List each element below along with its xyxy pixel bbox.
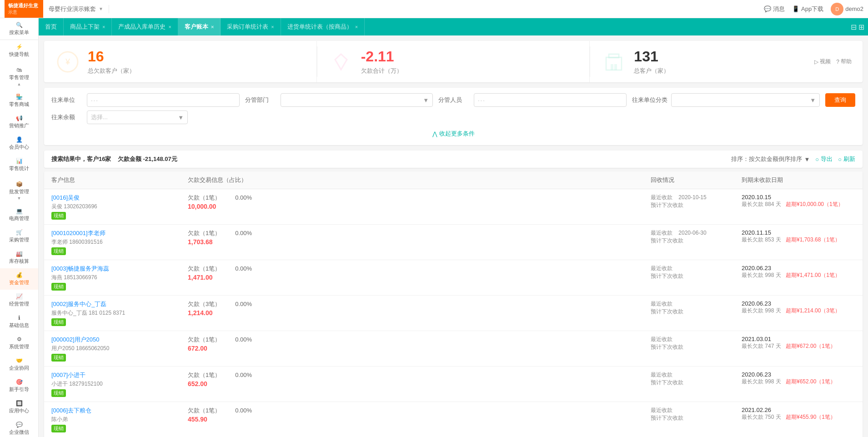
sidebar-item-marketing[interactable]: 📢 营销推广 (0, 111, 38, 133)
debt-cell-5: 欠款（1笔） 672.00 0.00% (188, 336, 651, 352)
sidebar-item-retail-mgmt[interactable]: 🛍 零售管理 ▲ (0, 63, 38, 90)
debt-count-4: 欠款（3笔） (188, 300, 221, 308)
customer-phone-5: 用户2050 18665062050 (51, 345, 188, 352)
recovery-label-7: 最近收款 (651, 407, 742, 414)
sidebar-item-batch-mgmt[interactable]: 📦 批发管理 ▼ (0, 177, 38, 204)
results-actions: 排序：按欠款金额倒序排序 ▼ ○ 导出 ○ 刷新 (731, 155, 855, 163)
customer-name-2[interactable]: [0001020001]李老师 (51, 230, 105, 236)
retail-stats-icon: 📊 (16, 158, 23, 164)
overdue-7: 2021.02.26 最长欠款 750 天 超期¥455.90（1笔） (742, 407, 855, 421)
stat-info-2: -2.11 欠款合计（万） (361, 48, 579, 75)
refresh-icon: ○ (838, 156, 842, 163)
debt-amount-1[interactable]: 10,000.00 (188, 203, 221, 210)
finance-icon: 💰 (16, 272, 23, 278)
sidebar-item-basic-info[interactable]: ℹ 基础信息 (0, 311, 38, 332)
sidebar-item-retail-mall[interactable]: 🏪 零售商城 (0, 90, 38, 111)
unit-cat-select[interactable]: ▼ (671, 93, 820, 107)
tab-maximize-btn[interactable]: ⊞ (858, 23, 864, 31)
debt-amount-5[interactable]: 672.00 (188, 345, 221, 352)
balance-select[interactable]: 选择... ▼ (87, 111, 188, 124)
tab-product-off[interactable]: 商品上下架 × (64, 18, 112, 35)
sidebar-item-quick-nav[interactable]: ⚡ 快捷导航 (0, 40, 38, 61)
sidebar-item-app-center[interactable]: 🔲 应用中心 (0, 397, 38, 418)
debt-ratio-1: 0.00% (235, 194, 252, 201)
tab-close-product-history[interactable]: × (168, 24, 171, 30)
overdue-amount-2[interactable]: 超期¥1,703.68（1笔） (786, 236, 840, 243)
member-icon: 👤 (16, 136, 23, 143)
customer-tag-1: 现销 (51, 212, 66, 220)
overdue-4: 2020.06.23 最长欠款 998 天 超期¥1,214.00（3笔） (742, 300, 855, 315)
debt-amount-4[interactable]: 1,214.00 (188, 309, 221, 316)
sort-btn[interactable]: 排序：按欠款金额倒序排序 ▼ (731, 155, 810, 163)
overdue-date-7: 2021.02.26 (742, 407, 855, 413)
customer-name-1[interactable]: [0016]吴俊 (51, 194, 80, 201)
customer-name-7[interactable]: [0006]去下粮仓 (51, 407, 91, 414)
tab-close-purchase-stats[interactable]: × (355, 24, 358, 30)
customer-name-5[interactable]: [000002]用户2050 (51, 336, 100, 343)
next-recovery-6: 预计下次收款 (651, 379, 742, 387)
tab-product-history[interactable]: 产成品入库单历史 × (112, 18, 178, 35)
sidebar-search[interactable]: 🔍 搜索菜单 (0, 18, 38, 40)
svg-marker-2 (335, 54, 347, 70)
overdue-amount-3[interactable]: 超期¥1,471.00（1笔） (786, 272, 840, 278)
overdue-amount-6[interactable]: 超期¥652.00（1笔） (786, 378, 836, 385)
stat-label-customers: 总欠款客户（家） (88, 67, 306, 75)
export-btn[interactable]: ○ 导出 (815, 155, 833, 163)
tab-purchase-order[interactable]: 采购订单统计表 × (221, 18, 281, 35)
overdue-amount-1[interactable]: 超期¥10,000.00（1笔） (786, 201, 843, 207)
sidebar-item-corp-wx[interactable]: 💬 企业微信 (0, 418, 38, 437)
overdue-days-label-4: 最长欠款 998 天 (742, 307, 784, 314)
sidebar-item-ops-mgmt[interactable]: 📈 经营管理 (0, 290, 38, 311)
debt-count-7: 欠款（1笔） (188, 407, 221, 415)
overdue-1: 2020.10.15 最长欠款 884 天 超期¥10,000.00（1笔） (742, 194, 855, 208)
overdue-amount-4[interactable]: 超期¥1,214.00（3笔） (786, 307, 840, 314)
tab-purchase-stats[interactable]: 进货单统计表（按商品） × (281, 18, 365, 35)
customer-phone-4: 服务中心_丁磊 181 0125 8371 (51, 309, 188, 317)
sidebar-item-ecommerce[interactable]: 💻 电商管理 (0, 204, 38, 226)
tab-minimize-btn[interactable]: ⊟ (851, 23, 857, 31)
sidebar-item-inventory[interactable]: 🏭 库存核算 (0, 247, 38, 268)
debt-amount-6[interactable]: 652.00 (188, 380, 221, 387)
company-select[interactable]: 母婴行业演示账套 ▼ (43, 5, 109, 13)
recovery-7: 最近收款 预计下次收款 (651, 407, 742, 422)
dept-select[interactable]: ▼ (281, 93, 433, 107)
collapse-btn[interactable]: ⋀ 收起更多条件 (51, 128, 855, 140)
filter-from-unit: 往来单位 ··· (51, 93, 240, 107)
tab-customer-account[interactable]: 客户账本 × (178, 18, 221, 35)
sidebar-item-system[interactable]: ⚙ 系统管理 (0, 332, 38, 354)
message-btn[interactable]: 💬 消息 (764, 5, 785, 13)
help-btn[interactable]: ? 帮助 (836, 58, 852, 65)
search-button[interactable]: 查询 (825, 93, 855, 107)
tab-home[interactable]: 首页 (39, 18, 64, 35)
debt-amount-2[interactable]: 1,703.68 (188, 238, 221, 246)
debt-info-6: 欠款（1笔） 652.00 0.00% (188, 371, 651, 387)
debt-cell-1: 欠款（1笔） 10,000.00 0.00% (188, 194, 651, 210)
overdue-amount-5[interactable]: 超期¥672.00（1笔） (786, 343, 836, 349)
customer-name-6[interactable]: [0007]小进干 (51, 372, 85, 378)
filter-unit-category: 往来单位分类 ▼ (632, 93, 820, 107)
app-download-btn[interactable]: 📱 App下载 (792, 5, 823, 13)
person-input[interactable]: ··· (474, 93, 627, 107)
refresh-btn[interactable]: ○ 刷新 (838, 155, 855, 163)
debt-amount-7[interactable]: 455.90 (188, 416, 221, 423)
sidebar-item-finance[interactable]: 💰 资金管理 (0, 268, 38, 290)
tab-close-customer-account[interactable]: × (211, 24, 214, 30)
sidebar-item-retail-stats[interactable]: 📊 零售统计 (0, 154, 38, 176)
overdue-amount-7[interactable]: 超期¥455.90（1笔） (786, 414, 836, 420)
sort-arrow-icon: ▼ (804, 156, 810, 163)
stat-video-help: ▷ 视频 ? 帮助 (814, 58, 852, 65)
debt-amount-3[interactable]: 1,471.00 (188, 274, 221, 281)
debt-info-5: 欠款（1笔） 672.00 0.00% (188, 336, 651, 352)
customer-name-3[interactable]: [0003]畅捷服务尹海蕊 (51, 265, 109, 272)
video-btn[interactable]: ▷ 视频 (814, 58, 831, 65)
tab-close-purchase-order[interactable]: × (271, 24, 274, 30)
tab-close-product-off[interactable]: × (102, 24, 105, 30)
sidebar-item-corp-coop[interactable]: 🤝 企业协同 (0, 354, 38, 375)
retail-mgmt-icon: 🛍 (16, 67, 22, 73)
sidebar-item-member[interactable]: 👤 会员中心 (0, 133, 38, 154)
user-avatar[interactable]: D demo2 (831, 3, 863, 15)
from-unit-input[interactable]: ··· (87, 93, 240, 107)
sidebar-item-new-guide[interactable]: 🎯 新手引导 (0, 375, 38, 397)
sidebar-item-purchase[interactable]: 🛒 采购管理 (0, 226, 38, 247)
customer-name-4[interactable]: [0002]服务中心_丁磊 (51, 301, 106, 307)
